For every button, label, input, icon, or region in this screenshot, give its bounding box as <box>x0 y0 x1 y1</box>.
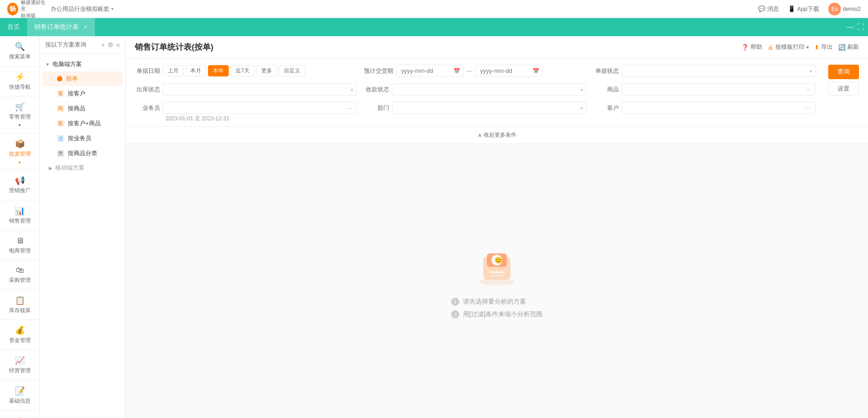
filter-cell-bill-status: 单据状态 ▾ <box>594 65 816 77</box>
filter-cell-customer: 客户 ··· <box>594 102 816 114</box>
breadcrumb-dropdown-icon[interactable]: ▾ <box>111 6 113 11</box>
bill-status-select[interactable] <box>622 65 816 77</box>
bill-status-label: 单据状态 <box>594 67 619 75</box>
department-select-wrap: ▾ <box>392 102 586 114</box>
tree-item-by-goods[interactable]: 商 按商品 <box>42 101 123 116</box>
salesperson-dotdot-btn[interactable]: ··· <box>347 104 352 111</box>
payment-status-select-wrap: ▾ <box>392 83 586 95</box>
settings-scheme-btn[interactable]: ⚙ <box>108 41 113 48</box>
customer-dotdot-btn[interactable]: ··· <box>806 104 811 111</box>
tree-item-by-salesperson[interactable]: 业 按业务员 <box>42 131 123 146</box>
sidebar-item-operations[interactable]: 📈 经营管理 <box>0 350 39 380</box>
date-btn-this-year[interactable]: 本年 <box>208 65 229 76</box>
sidebar-item-quick-nav[interactable]: ⚡ 快捷导航 <box>0 66 39 97</box>
tree-sub-group-mobile: ▶ 移动端方案 <box>40 161 125 175</box>
delivery-status-label: 出库状态 <box>135 86 160 94</box>
help-btn[interactable]: ❓ 帮助 <box>741 43 762 51</box>
page-title: 销售订单统计表(按单) <box>135 42 213 52</box>
department-label: 部门 <box>364 104 389 112</box>
sidebar-item-basic-info[interactable]: 📝 基础信息 <box>0 380 39 411</box>
tab-home[interactable]: 首页 <box>0 18 27 36</box>
tab-minimize-icon[interactable]: — <box>846 23 854 31</box>
avatar: Ea <box>828 3 841 15</box>
sys-mgmt-icon: ⚙ <box>16 416 24 418</box>
tree-item-by-salesperson-icon: 业 <box>57 135 64 142</box>
template-print-btn[interactable]: 🖨 按模板打印 ▾ <box>768 43 809 51</box>
settings-btn[interactable]: 设置 <box>828 82 859 95</box>
goods-dotdot-btn[interactable]: ··· <box>806 86 811 93</box>
tree-item-by-goods-icon: 商 <box>57 105 64 112</box>
filter-cell-payment-status: 收款状态 ▾ <box>364 83 586 95</box>
layout: 🔍 搜索菜单 ⚡ 快捷导航 🛒 零售管理 ▾ 📦 批发管理 ▴ 📢 营销推广 📊… <box>0 36 868 418</box>
tab-close-icon[interactable]: ✕ <box>83 24 88 30</box>
date-btn-7days[interactable]: 近7天 <box>231 65 255 76</box>
sidebar-item-inventory[interactable]: 📋 库存核算 <box>0 290 39 320</box>
sales-mgmt-icon: 📊 <box>15 206 25 216</box>
collapse-panel-btn[interactable]: « <box>116 41 120 48</box>
tree-item-by-customer[interactable]: 客 按客户 <box>42 86 123 101</box>
delivery-from-wrap: 📅 <box>396 65 464 77</box>
date-separator: — <box>467 67 472 74</box>
tab-maximize-icon[interactable]: ⛶ <box>857 23 864 31</box>
date-btn-last-month[interactable]: 上月 <box>163 65 184 76</box>
add-scheme-btn[interactable]: + <box>101 41 105 48</box>
message-btn[interactable]: 💬 消息 <box>758 5 779 13</box>
sidebar-item-search-menu[interactable]: 🔍 搜索菜单 <box>0 36 39 66</box>
date-btn-custom[interactable]: 自定义 <box>279 65 305 76</box>
sidebar-item-ecommerce[interactable]: 🖥 电商管理 <box>0 231 39 261</box>
sidebar-item-finance[interactable]: 💰 资金管理 <box>0 320 39 350</box>
retail-mgmt-arrow-icon: ▾ <box>19 123 21 128</box>
tree-sub-group-mobile-header[interactable]: ▶ 移动端方案 <box>40 161 125 175</box>
inventory-icon: 📋 <box>15 295 25 305</box>
tip2-text: 用[过滤]条件来缩小分析范围 <box>463 310 542 318</box>
tree-sub-group-mobile-arrow-icon: ▶ <box>49 166 52 171</box>
wholesale-mgmt-arrow-icon: ▴ <box>19 159 21 164</box>
user-area[interactable]: Ea demo2 <box>828 3 861 15</box>
basic-info-icon: 📝 <box>15 386 25 396</box>
collapse-bar[interactable]: ∧ 收起更多条件 <box>126 127 868 144</box>
collapse-btn[interactable]: ∧ 收起更多条件 <box>478 131 516 139</box>
sidebar-item-purchase[interactable]: 🛍 采购管理 <box>0 260 39 290</box>
payment-status-select[interactable] <box>392 83 586 95</box>
template-print-dropdown-icon: ▾ <box>807 45 809 50</box>
tree-item-by-category-icon: 类 <box>57 150 64 157</box>
top-bar-left: 畅 畅捷通好生意 标准版 办公用品行业模拟账套 ▾ <box>7 0 113 19</box>
tree-item-by-order[interactable]: circle 按单 <box>42 71 123 86</box>
tip1-num: 1 <box>451 298 459 306</box>
tree-group-pc-header[interactable]: ▼ 电脑端方案 <box>40 57 125 71</box>
date-range-display: 2023-01-01 至 2023-12-31 <box>135 114 859 126</box>
date-btn-this-month[interactable]: 本月 <box>185 65 206 76</box>
delivery-status-select[interactable] <box>163 83 357 95</box>
app-download-btn[interactable]: 📱 App下载 <box>788 5 819 13</box>
salesperson-label: 业务员 <box>135 104 160 112</box>
left-panel-tools: + ⚙ « <box>101 41 120 48</box>
date-label: 单据日期 <box>135 67 160 75</box>
tab-sales-order-stats[interactable]: 销售订单统计表 ✕ <box>27 18 95 36</box>
refresh-btn[interactable]: 🔄 刷新 <box>838 43 859 51</box>
app-download-icon: 📱 <box>788 5 795 12</box>
delivery-to-wrap: 📅 <box>475 65 543 77</box>
sidebar-item-marketing[interactable]: 📢 营销推广 <box>0 170 39 200</box>
sidebar-item-retail-mgmt[interactable]: 🛒 零售管理 ▾ <box>0 96 39 133</box>
delivery-to-calendar-icon: 📅 <box>533 68 539 74</box>
search-menu-icon: 🔍 <box>15 42 25 52</box>
query-btn[interactable]: 查询 <box>828 65 859 79</box>
sidebar-item-wholesale-mgmt[interactable]: 📦 批发管理 ▴ <box>0 133 39 171</box>
tab-bar-right: — ⛶ <box>846 23 868 31</box>
sidebar: 🔍 搜索菜单 ⚡ 快捷导航 🛒 零售管理 ▾ 📦 批发管理 ▴ 📢 营销推广 📊… <box>0 36 40 418</box>
sidebar-item-sales-mgmt[interactable]: 📊 销售管理 <box>0 200 39 231</box>
wholesale-mgmt-icon: 📦 <box>15 139 25 149</box>
empty-state: 😊 1 请先选择要分析的方案 2 用[过滤]条件来缩小分析范围 <box>126 144 868 418</box>
export-btn[interactable]: ⬇ 导出 <box>814 43 833 51</box>
tree-item-by-customer-goods[interactable]: 客 按客户+商品 <box>42 116 123 131</box>
date-btn-more[interactable]: 更多 <box>256 65 277 76</box>
empty-tips: 1 请先选择要分析的方案 2 用[过滤]条件来缩小分析范围 <box>451 298 542 318</box>
goods-label: 商品 <box>594 86 619 94</box>
tree-group-pc: ▼ 电脑端方案 circle 按单 客 按客户 商 按商品 客 按客户+商品 <box>40 57 125 161</box>
logo-text: 畅捷通好生意 标准版 <box>21 0 47 19</box>
department-select[interactable] <box>392 102 586 114</box>
sidebar-item-sys-mgmt[interactable]: ⚙ 系统管理 <box>0 410 39 418</box>
logo-icon: 畅 <box>7 3 18 15</box>
tree-item-by-category[interactable]: 类 按商品分类 <box>42 146 123 161</box>
payment-status-label: 收款状态 <box>364 86 389 94</box>
